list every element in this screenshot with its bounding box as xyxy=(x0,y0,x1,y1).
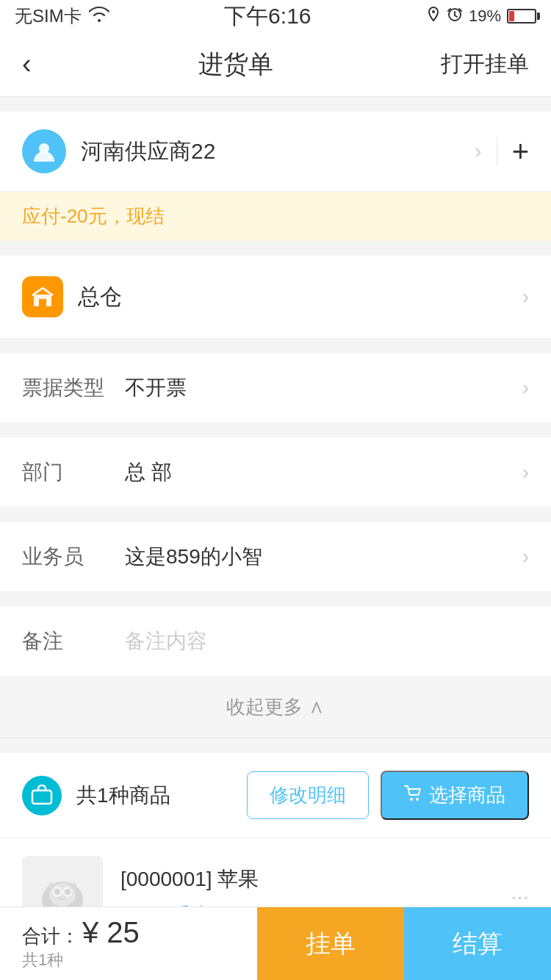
invoice-value: 不开票 xyxy=(125,374,522,402)
remark-label: 备注 xyxy=(22,627,125,655)
section-gap-7 xyxy=(0,738,551,753)
select-product-label: 选择商品 xyxy=(429,782,505,808)
checkout-button[interactable]: 结算 xyxy=(404,907,551,980)
department-value: 总 部 xyxy=(125,458,522,486)
divider xyxy=(497,137,497,166)
wifi-icon xyxy=(89,6,109,26)
section-gap-2 xyxy=(0,241,551,256)
status-bar: 无SIM卡 下午6:16 19% xyxy=(0,0,551,32)
svg-rect-6 xyxy=(39,299,46,306)
location-icon xyxy=(426,6,441,26)
invoice-label: 票据类型 xyxy=(22,374,125,402)
warehouse-section: 总仓 › xyxy=(0,256,551,339)
salesperson-chevron-icon: › xyxy=(522,545,529,569)
warehouse-chevron-icon: › xyxy=(522,285,529,309)
back-button[interactable]: ‹ xyxy=(22,48,32,80)
supplier-row[interactable]: 河南供应商22 › + xyxy=(0,112,551,192)
remark-row[interactable]: 备注 备注内容 xyxy=(0,607,551,677)
warehouse-row[interactable]: 总仓 › xyxy=(0,256,551,339)
open-pending-button[interactable]: 打开挂单 xyxy=(441,49,529,79)
department-chevron-icon: › xyxy=(522,461,529,484)
bottom-bar: 合计： ¥ 25 共1种 挂单 结算 xyxy=(0,907,551,980)
section-gap-1 xyxy=(0,97,551,112)
section-gap-4 xyxy=(0,423,551,438)
product-name: [0000001] 苹果 xyxy=(120,865,511,893)
total-label: 合计： xyxy=(22,923,79,949)
product-code: [0000001] xyxy=(120,868,217,890)
invoice-row[interactable]: 票据类型 不开票 › xyxy=(0,353,551,423)
status-left: 无SIM卡 xyxy=(15,4,109,28)
remark-input[interactable]: 备注内容 xyxy=(125,627,529,655)
section-gap-6 xyxy=(0,592,551,607)
product-title: 苹果 xyxy=(217,868,259,890)
total-section: 合计： ¥ 25 共1种 xyxy=(0,907,257,980)
warehouse-icon xyxy=(22,276,63,317)
svg-line-3 xyxy=(455,15,457,17)
supplier-section: 河南供应商22 › + 应付-20元，现结 xyxy=(0,112,551,241)
salesperson-label: 业务员 xyxy=(22,543,125,571)
total-count: 共1种 xyxy=(22,949,257,971)
products-icon xyxy=(22,776,62,815)
remark-section: 备注 备注内容 xyxy=(0,607,551,677)
add-button[interactable]: + xyxy=(512,135,529,168)
total-amount: ¥ 25 xyxy=(82,916,140,949)
supplier-chevron-icon: › xyxy=(475,140,481,163)
battery-icon xyxy=(507,9,536,24)
edit-details-button[interactable]: 修改明细 xyxy=(247,771,369,819)
section-gap-3 xyxy=(0,339,551,353)
suspend-button[interactable]: 挂单 xyxy=(257,907,404,980)
salesperson-value: 这是859的小智 xyxy=(125,543,522,571)
carrier-label: 无SIM卡 xyxy=(15,4,82,28)
invoice-chevron-icon: › xyxy=(522,376,529,400)
salesperson-row[interactable]: 业务员 这是859的小智 › xyxy=(0,522,551,592)
svg-point-8 xyxy=(410,798,413,801)
svg-point-15 xyxy=(65,889,71,895)
invoice-section: 票据类型 不开票 › xyxy=(0,353,551,423)
supplier-name: 河南供应商22 xyxy=(81,137,475,167)
svg-rect-7 xyxy=(32,790,51,804)
collapse-button[interactable]: 收起更多 ∧ xyxy=(0,677,551,738)
nav-bar: ‹ 进货单 打开挂单 xyxy=(0,32,551,97)
alarm-icon xyxy=(447,6,463,26)
svg-point-9 xyxy=(416,798,419,801)
warehouse-label: 总仓 xyxy=(78,282,522,312)
section-gap-5 xyxy=(0,508,551,522)
department-row[interactable]: 部门 总 部 › xyxy=(0,438,551,508)
svg-point-14 xyxy=(54,889,60,895)
supplier-avatar xyxy=(22,129,66,173)
department-section: 部门 总 部 › xyxy=(0,438,551,508)
status-time: 下午6:16 xyxy=(224,1,311,32)
notice-bar: 应付-20元，现结 xyxy=(0,192,551,241)
status-right: 19% xyxy=(426,6,536,26)
products-count: 共1种商品 xyxy=(76,782,247,810)
department-label: 部门 xyxy=(22,458,125,486)
page-title: 进货单 xyxy=(198,48,273,82)
battery-label: 19% xyxy=(469,7,501,26)
salesperson-section: 业务员 这是859的小智 › xyxy=(0,522,551,592)
products-header: 共1种商品 修改明细 选择商品 xyxy=(0,753,551,838)
svg-point-0 xyxy=(432,10,435,13)
notice-text: 应付-20元，现结 xyxy=(22,205,165,227)
cart-icon xyxy=(404,784,423,807)
more-options-button[interactable]: ··· xyxy=(511,884,529,909)
select-product-button[interactable]: 选择商品 xyxy=(381,771,529,820)
